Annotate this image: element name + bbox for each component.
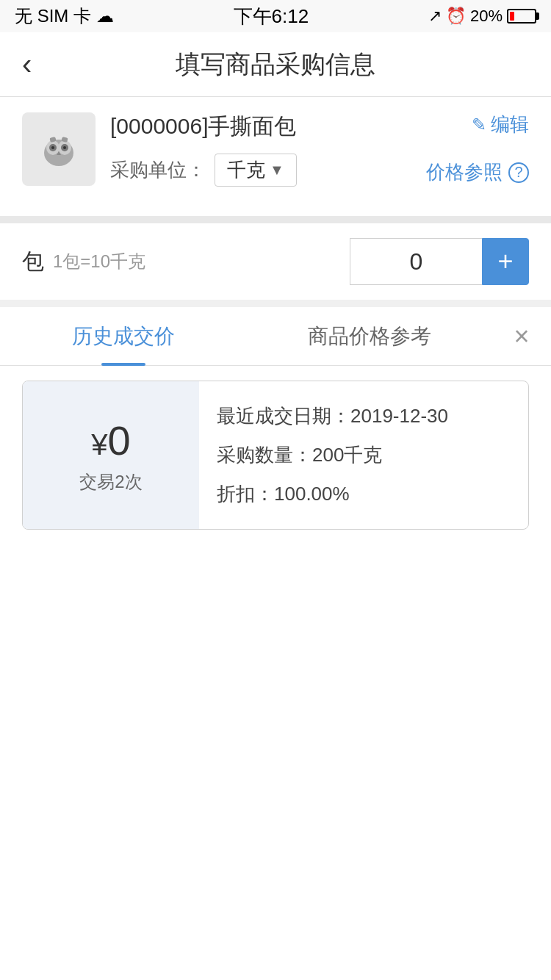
unit-value: 千克: [227, 157, 265, 183]
bag-sub-label: 1包=10千克: [53, 250, 145, 273]
sim-status: 无 SIM 卡 ☁: [15, 4, 114, 28]
price-value: ¥0: [91, 417, 130, 464]
quantity-control: +: [350, 238, 529, 285]
dropdown-arrow-icon: ▼: [270, 162, 284, 179]
price-number: 0: [108, 417, 131, 464]
quantity-label: 包 1包=10千克: [22, 247, 145, 277]
tab-history-price-label: 历史成交价: [72, 323, 175, 350]
owl-icon: [37, 127, 81, 171]
product-unit-row: 采购单位： 千克 ▼: [110, 154, 297, 187]
bag-label: 包: [22, 247, 44, 277]
price-card: ¥0 交易2次 最近成交日期：2019-12-30 采购数量：200千克 折扣：…: [22, 381, 529, 530]
edit-button[interactable]: ✎ 编辑: [472, 112, 529, 137]
price-card-container: ¥0 交易2次 最近成交日期：2019-12-30 采购数量：200千克 折扣：…: [0, 366, 551, 544]
edit-label: 编辑: [491, 112, 529, 137]
tab-active-underline: [101, 363, 145, 366]
battery-percent: 20%: [470, 7, 503, 26]
edit-icon: ✎: [472, 115, 486, 135]
tab-history-price[interactable]: 历史成交价: [0, 307, 246, 366]
price-ref-help-icon: ?: [508, 162, 529, 183]
price-ref-button[interactable]: 价格参照 ?: [426, 159, 529, 185]
discount-value: 100.00%: [274, 483, 350, 505]
price-ref-label: 价格参照: [426, 159, 503, 185]
tabs-header: 历史成交价 商品价格参考 ×: [0, 307, 551, 366]
trade-count: 交易2次: [79, 470, 142, 494]
svg-point-6: [63, 146, 66, 149]
quantity-plus-button[interactable]: +: [482, 238, 529, 285]
product-right-actions: ✎ 编辑 价格参照 ?: [426, 112, 529, 185]
tab-product-price-ref-label: 商品价格参考: [308, 323, 431, 350]
product-image-inner: [33, 123, 84, 175]
close-tab-button[interactable]: ×: [492, 307, 551, 366]
recent-date-label: 最近成交日期：: [217, 405, 350, 427]
status-bar: 无 SIM 卡 ☁ 下午6:12 ↗ ⏰ 20%: [0, 0, 551, 32]
battery-icon: [507, 9, 536, 24]
discount-row: 折扣：100.00%: [217, 480, 511, 508]
recent-date-value: 2019-12-30: [350, 405, 448, 427]
status-bar-right: ↗ ⏰ 20%: [428, 7, 536, 26]
price-card-right: 最近成交日期：2019-12-30 采购数量：200千克 折扣：100.00%: [199, 381, 528, 529]
status-bar-left: 无 SIM 卡 ☁: [15, 4, 114, 28]
back-button[interactable]: ‹: [22, 48, 32, 81]
purchase-quantity-label: 采购数量：: [217, 444, 312, 466]
alarm-icon: ⏰: [446, 7, 466, 26]
product-name: [0000006]手撕面包: [110, 112, 297, 142]
product-left: [0000006]手撕面包 采购单位： 千克 ▼: [22, 112, 297, 187]
bottom-area: [0, 544, 551, 980]
page-title: 填写商品采购信息: [176, 48, 375, 82]
product-header: [0000006]手撕面包 采购单位： 千克 ▼ ✎ 编辑 价格参照 ?: [22, 112, 529, 187]
product-info: [0000006]手撕面包 采购单位： 千克 ▼: [110, 112, 297, 187]
tabs-section: 历史成交价 商品价格参考 × ¥0 交易2次 最近成交日期：2019-12-30…: [0, 307, 551, 544]
unit-label: 采购单位：: [110, 157, 206, 183]
price-card-left: ¥0 交易2次: [23, 381, 199, 529]
location-icon: ↗: [428, 7, 442, 26]
tab-product-price-ref[interactable]: 商品价格参考: [246, 307, 492, 366]
currency-symbol: ¥: [91, 428, 107, 461]
status-bar-time: 下午6:12: [234, 4, 309, 29]
divider-bar: [0, 216, 551, 223]
discount-label: 折扣：: [217, 483, 274, 505]
purchase-quantity-value: 200千克: [312, 444, 382, 466]
recent-date-row: 最近成交日期：2019-12-30: [217, 402, 511, 430]
purchase-quantity-row: 采购数量：200千克: [217, 441, 511, 469]
quantity-input[interactable]: [350, 238, 482, 285]
unit-dropdown[interactable]: 千克 ▼: [215, 154, 297, 187]
product-image: [22, 112, 96, 186]
nav-bar: ‹ 填写商品采购信息: [0, 32, 551, 97]
quantity-section: 包 1包=10千克 +: [0, 223, 551, 300]
product-section: [0000006]手撕面包 采购单位： 千克 ▼ ✎ 编辑 价格参照 ?: [0, 97, 551, 216]
svg-point-5: [51, 146, 54, 149]
